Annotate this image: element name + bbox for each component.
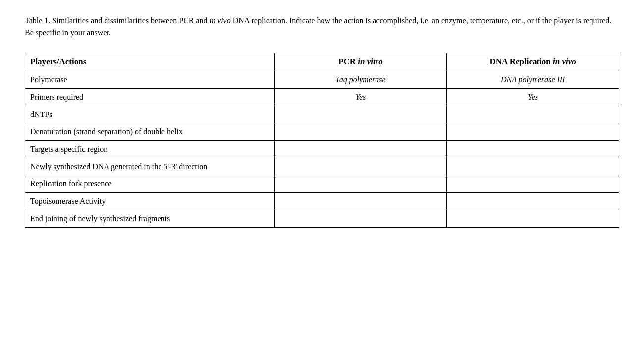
row-pcr-targets (274, 141, 447, 158)
header-dna-invivo: DNA Replication in vivo (447, 53, 619, 71)
row-pcr-replication-fork (274, 175, 447, 193)
table-row: Newly synthesized DNA generated in the 5… (25, 158, 619, 175)
row-invivo-primers: Yes (447, 89, 619, 106)
table-row: Polymerase Taq polymerase DNA polymerase… (25, 71, 619, 89)
row-label-targets: Targets a specific region (25, 141, 275, 158)
row-invivo-end-joining (447, 210, 619, 228)
row-pcr-topoisomerase (274, 193, 447, 210)
row-label-denaturation: Denaturation (strand separation) of doub… (25, 123, 275, 141)
table-row: Targets a specific region (25, 141, 619, 158)
row-pcr-primers: Yes (274, 89, 447, 106)
row-pcr-end-joining (274, 210, 447, 228)
caption-italic-invivo: in vivo (210, 16, 231, 25)
header-dna-italic: in vivo (553, 57, 576, 66)
row-label-replication-fork: Replication fork presence (25, 175, 275, 193)
table-row: End joining of newly synthesized fragmen… (25, 210, 619, 228)
comparison-table: Players/Actions PCR in vitro DNA Replica… (25, 53, 619, 228)
table-caption: Table 1. Similarities and dissimilaritie… (25, 15, 619, 39)
header-row: Players/Actions PCR in vitro DNA Replica… (25, 53, 619, 71)
row-invivo-replication-fork (447, 175, 619, 193)
table-row: dNTPs (25, 106, 619, 123)
table-row: Primers required Yes Yes (25, 89, 619, 106)
row-label-end-joining: End joining of newly synthesized fragmen… (25, 210, 275, 228)
row-pcr-polymerase: Taq polymerase (274, 71, 447, 89)
row-invivo-topoisomerase (447, 193, 619, 210)
row-invivo-denaturation (447, 123, 619, 141)
table-header: Players/Actions PCR in vitro DNA Replica… (25, 53, 619, 71)
row-label-dntps: dNTPs (25, 106, 275, 123)
row-label-primers: Primers required (25, 89, 275, 106)
table-body: Polymerase Taq polymerase DNA polymerase… (25, 71, 619, 228)
row-invivo-targets (447, 141, 619, 158)
table-row: Denaturation (strand separation) of doub… (25, 123, 619, 141)
row-invivo-newly-synthesized (447, 158, 619, 175)
row-invivo-dntps (447, 106, 619, 123)
header-players-actions: Players/Actions (25, 53, 275, 71)
row-invivo-polymerase: DNA polymerase III (447, 71, 619, 89)
table-row: Replication fork presence (25, 175, 619, 193)
row-pcr-newly-synthesized (274, 158, 447, 175)
caption-text-prefix: Table 1. Similarities and dissimilaritie… (25, 16, 210, 25)
row-label-newly-synthesized: Newly synthesized DNA generated in the 5… (25, 158, 275, 175)
row-pcr-dntps (274, 106, 447, 123)
header-pcr-italic: in vitro (358, 57, 383, 66)
header-pcr-prefix: PCR (338, 57, 358, 66)
header-pcr-invitro: PCR in vitro (274, 53, 447, 71)
row-label-topoisomerase: Topoisomerase Activity (25, 193, 275, 210)
row-label-polymerase: Polymerase (25, 71, 275, 89)
table-row: Topoisomerase Activity (25, 193, 619, 210)
header-dna-prefix: DNA Replication (490, 57, 553, 66)
row-pcr-denaturation (274, 123, 447, 141)
